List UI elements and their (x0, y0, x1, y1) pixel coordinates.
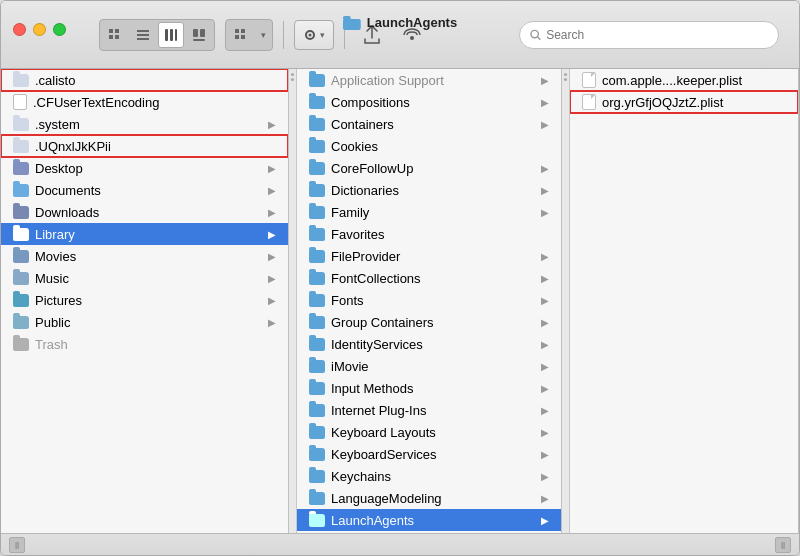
list-item[interactable]: Documents ▶ (1, 179, 288, 201)
folder-icon (309, 184, 325, 197)
item-label: KeyboardServices (331, 447, 535, 462)
gear-icon (303, 28, 317, 42)
list-item[interactable]: Public ▶ (1, 311, 288, 333)
svg-point-22 (531, 30, 538, 37)
item-label: Public (35, 315, 262, 330)
list-item[interactable]: FontCollections ▶ (297, 267, 561, 289)
list-item[interactable]: Internet Plug-Ins ▶ (297, 399, 561, 421)
list-item[interactable]: .UQnxlJkKPii (1, 135, 288, 157)
list-item[interactable]: Keychains ▶ (297, 465, 561, 487)
list-item[interactable]: Music ▶ (1, 267, 288, 289)
folder-icon (309, 272, 325, 285)
title-text: LaunchAgents (367, 15, 457, 30)
list-item[interactable]: Downloads ▶ (1, 201, 288, 223)
folder-icon (13, 140, 29, 153)
chevron-right-icon: ▶ (541, 471, 549, 482)
folder-icon (13, 206, 29, 219)
folder-icon (309, 470, 325, 483)
list-item[interactable]: Family ▶ (297, 201, 561, 223)
list-item[interactable]: Pictures ▶ (1, 289, 288, 311)
folder-icon (309, 250, 325, 263)
list-item[interactable]: Containers ▶ (297, 113, 561, 135)
list-item[interactable]: .CFUserTextEncoding (1, 91, 288, 113)
list-item[interactable]: Library ▶ (1, 223, 288, 245)
toolbar-bar: LaunchAgents (1, 1, 799, 69)
svg-point-20 (309, 33, 312, 36)
chevron-right-icon: ▶ (541, 119, 549, 130)
chevron-right-icon: ▶ (541, 405, 549, 416)
minimize-button[interactable] (33, 23, 46, 36)
list-item[interactable]: Desktop ▶ (1, 157, 288, 179)
svg-rect-0 (343, 19, 361, 30)
list-item[interactable]: Dictionaries ▶ (297, 179, 561, 201)
view-dropdown-btn[interactable]: ▾ (256, 22, 270, 48)
view-list-btn[interactable] (130, 22, 156, 48)
list-item[interactable]: Trash (1, 333, 288, 355)
list-item[interactable]: Favorites (297, 223, 561, 245)
list-item[interactable]: Compositions ▶ (297, 91, 561, 113)
list-item[interactable]: KeyboardServices ▶ (297, 443, 561, 465)
file-icon (582, 72, 596, 88)
folder-icon (13, 250, 29, 263)
svg-rect-7 (137, 34, 149, 36)
list-item[interactable]: Input Methods ▶ (297, 377, 561, 399)
list-item[interactable]: IdentityServices ▶ (297, 333, 561, 355)
statusbar-right-btn[interactable]: || (775, 537, 791, 553)
list-item[interactable]: org.yrGfjOQJztZ.plist (570, 91, 798, 113)
list-item[interactable]: Cookies (297, 135, 561, 157)
svg-rect-5 (115, 35, 119, 39)
item-label: Family (331, 205, 535, 220)
chevron-right-icon: ▶ (541, 339, 549, 350)
grid-icon (108, 28, 122, 42)
item-label: Containers (331, 117, 535, 132)
list-item[interactable]: Keyboard Layouts ▶ (297, 421, 561, 443)
svg-rect-17 (235, 35, 239, 39)
list-item[interactable]: Movies ▶ (1, 245, 288, 267)
folder-title-icon (343, 16, 361, 30)
list-item[interactable]: iMovie ▶ (297, 355, 561, 377)
item-label: .calisto (35, 73, 276, 88)
chevron-right-icon: ▶ (268, 251, 276, 262)
list-item[interactable]: Application Support ▶ (297, 69, 561, 91)
search-icon (530, 29, 541, 41)
list-item[interactable]: LanguageModeling ▶ (297, 487, 561, 509)
item-label: Input Methods (331, 381, 535, 396)
list-item[interactable]: .system ▶ (1, 113, 288, 135)
view-icon-btn[interactable] (102, 22, 128, 48)
folder-icon (309, 382, 325, 395)
maximize-button[interactable] (53, 23, 66, 36)
item-label: Pictures (35, 293, 262, 308)
item-label: Keyboard Layouts (331, 425, 535, 440)
svg-rect-3 (115, 29, 119, 33)
item-label: Music (35, 271, 262, 286)
item-label: Cookies (331, 139, 549, 154)
list-item[interactable]: .calisto (1, 69, 288, 91)
item-label: LaunchAgents (331, 513, 535, 528)
chevron-right-icon: ▶ (268, 207, 276, 218)
list-item[interactable]: Fonts ▶ (297, 289, 561, 311)
item-label: Compositions (331, 95, 535, 110)
folder-icon (309, 206, 325, 219)
search-input[interactable] (546, 28, 768, 42)
item-label: Movies (35, 249, 262, 264)
statusbar-left-icon: || (15, 540, 19, 549)
search-box[interactable] (519, 21, 779, 49)
view-column-btn[interactable] (158, 22, 184, 48)
view-alt-btn[interactable] (228, 22, 254, 48)
folder-icon (13, 338, 29, 351)
folder-icon (13, 184, 29, 197)
view-gallery-btn[interactable] (186, 22, 212, 48)
action-button[interactable]: ▾ (294, 20, 334, 50)
list-item[interactable]: FileProvider ▶ (297, 245, 561, 267)
list-item[interactable]: CoreFollowUp ▶ (297, 157, 561, 179)
item-label: Fonts (331, 293, 535, 308)
folder-icon (13, 272, 29, 285)
statusbar-left-btn[interactable]: || (9, 537, 25, 553)
close-button[interactable] (13, 23, 26, 36)
svg-rect-12 (193, 29, 198, 37)
list-item[interactable]: LaunchAgents ▶ (297, 509, 561, 531)
list-item[interactable]: com.apple....keeper.plist (570, 69, 798, 91)
list-item[interactable]: Group Containers ▶ (297, 311, 561, 333)
chevron-right-icon: ▶ (268, 273, 276, 284)
svg-rect-4 (109, 35, 113, 39)
